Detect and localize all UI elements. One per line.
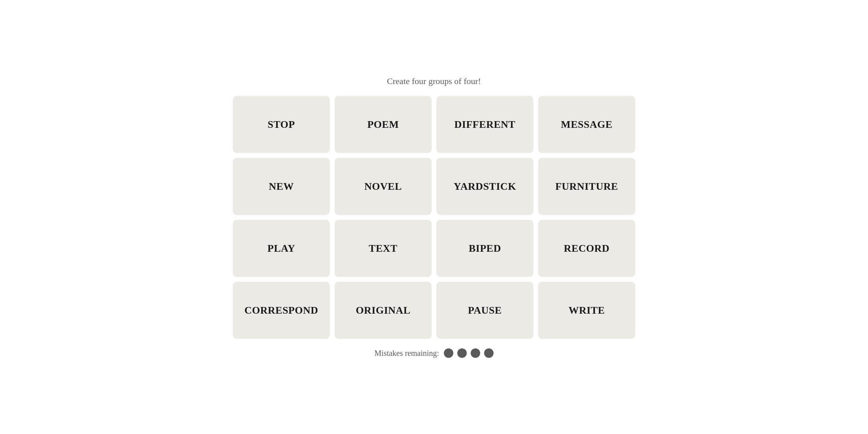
word-card-correspond[interactable]: CORRESPOND <box>233 282 330 339</box>
word-label-new: NEW <box>269 181 294 193</box>
word-card-message[interactable]: MESSAGE <box>538 96 635 153</box>
word-label-different: DIFFERENT <box>455 119 516 131</box>
word-card-stop[interactable]: STOP <box>233 96 330 153</box>
mistake-dot-1 <box>444 348 453 358</box>
mistakes-dots <box>444 348 494 358</box>
word-label-message: MESSAGE <box>561 119 613 131</box>
word-label-text: TEXT <box>369 243 398 254</box>
word-card-different[interactable]: DIFFERENT <box>436 96 533 153</box>
word-label-original: ORIGINAL <box>356 305 411 316</box>
word-label-stop: STOP <box>268 119 295 131</box>
word-label-write: WRITE <box>569 305 605 316</box>
word-card-furniture[interactable]: FURNITURE <box>538 158 635 215</box>
word-label-correspond: CORRESPOND <box>244 305 318 316</box>
mistakes-row: Mistakes remaining: <box>374 348 494 358</box>
mistakes-label: Mistakes remaining: <box>374 349 439 358</box>
word-label-pause: PAUSE <box>468 305 502 316</box>
word-card-yardstick[interactable]: YARDSTICK <box>436 158 533 215</box>
game-container: Create four groups of four! STOPPOEMDIFF… <box>233 76 635 358</box>
word-label-furniture: FURNITURE <box>555 181 618 193</box>
word-label-poem: POEM <box>367 119 399 131</box>
word-card-new[interactable]: NEW <box>233 158 330 215</box>
word-card-write[interactable]: WRITE <box>538 282 635 339</box>
word-card-original[interactable]: ORIGINAL <box>335 282 432 339</box>
word-label-biped: BIPED <box>469 243 501 254</box>
word-card-novel[interactable]: NOVEL <box>335 158 432 215</box>
word-card-pause[interactable]: PAUSE <box>436 282 533 339</box>
mistake-dot-2 <box>457 348 467 358</box>
subtitle: Create four groups of four! <box>387 76 481 86</box>
word-label-yardstick: YARDSTICK <box>454 181 516 193</box>
mistake-dot-3 <box>471 348 480 358</box>
mistake-dot-4 <box>484 348 494 358</box>
word-card-play[interactable]: PLAY <box>233 220 330 277</box>
word-card-poem[interactable]: POEM <box>335 96 432 153</box>
word-card-record[interactable]: RECORD <box>538 220 635 277</box>
word-label-record: RECORD <box>564 243 610 254</box>
word-grid: STOPPOEMDIFFERENTMESSAGENEWNOVELYARDSTIC… <box>233 96 635 339</box>
word-label-play: PLAY <box>268 243 295 254</box>
word-label-novel: NOVEL <box>364 181 402 193</box>
word-card-biped[interactable]: BIPED <box>436 220 533 277</box>
word-card-text[interactable]: TEXT <box>335 220 432 277</box>
